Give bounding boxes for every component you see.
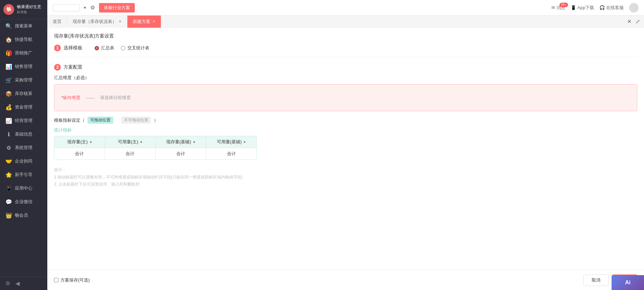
topbar: ▾ ⚙ 体验行业方案 ✉ 消息 99+ 📱 App下载 🎧 在线客服 — [47, 0, 644, 16]
avatar — [629, 3, 639, 13]
sidebar-item-guide[interactable]: 🌟 新手引导 — [0, 168, 47, 182]
tab-home[interactable]: 首页 — [47, 16, 67, 28]
settings-icon[interactable]: ⚙ — [5, 280, 10, 287]
tips-section: 提示： 1.拖动标题栏可以调整布局，不可跨维度或指标区域拖动栏目字段(只能在同一… — [54, 166, 637, 188]
radio-summary[interactable]: 汇总表 — [95, 45, 114, 51]
chevron-down-icon-2[interactable]: ▾ — [140, 140, 142, 144]
sidebar: 畅 畅康通好生意 标准版 🔍 搜索菜单 🏠 快捷导航 🎁 营销推广 📊 销售管理… — [0, 0, 47, 290]
enterprise-icon: 🤝 — [5, 158, 12, 165]
tab-inventory-label: 现存量（库存状况表） — [73, 19, 117, 25]
dimension-required: *纵向维度 — [61, 95, 80, 101]
collapse-icon[interactable]: ◀ — [16, 280, 20, 287]
table-header-cell-2[interactable]: 可用量(主) ▾ — [105, 136, 156, 148]
tab-expand-icon[interactable]: ⤢ — [634, 18, 641, 25]
marketing-icon: 🎁 — [5, 50, 12, 56]
membership-icon: 👑 — [5, 212, 12, 219]
sidebar-item-label: 资金管理 — [15, 104, 32, 110]
indicators-label-text: 模板指标设定（ — [54, 117, 85, 123]
system-icon: ⚙ — [5, 144, 12, 151]
tab-new-plan[interactable]: 新建方案 ✕ — [127, 16, 161, 28]
management-icon: 📈 — [5, 117, 12, 124]
sales-icon: 📊 — [5, 63, 12, 70]
sidebar-item-marketing[interactable]: 🎁 营销推广 — [0, 46, 47, 60]
table-header-cell-1[interactable]: 现存量(主) ▾ — [54, 136, 105, 148]
body-label-1: 合计 — [75, 151, 84, 157]
tips-item-2: 2. 点击标题栏下拉可设置排序、插入列和删除列 — [54, 181, 637, 188]
body-label-4: 合计 — [227, 151, 236, 157]
indicators-label-suffix: ） — [154, 117, 158, 123]
topbar-right: ✉ 消息 99+ 📱 App下载 🎧 在线客服 — [551, 3, 639, 13]
sidebar-item-apps[interactable]: 📱 应用中心 — [0, 182, 47, 195]
sidebar-item-label: 库存核算 — [15, 91, 32, 97]
sidebar-item-quick-nav[interactable]: 🏠 快捷导航 — [0, 33, 47, 46]
sidebar-item-system[interactable]: ⚙ 系统管理 — [0, 141, 47, 154]
sidebar-item-search[interactable]: 🔍 搜索菜单 — [0, 19, 47, 33]
app-download-link[interactable]: 📱 App下载 — [571, 5, 594, 11]
radio-cross-input[interactable] — [121, 46, 125, 50]
table-header-cell-3[interactable]: 现存量(基辅) ▾ — [156, 136, 206, 148]
dimension-placeholder: 请选择分组维度 — [100, 95, 131, 101]
tab-new-plan-close[interactable]: ✕ — [152, 19, 155, 24]
sidebar-logo: 畅 畅康通好生意 标准版 — [0, 0, 47, 19]
sidebar-item-purchase[interactable]: 🛒 采购管理 — [0, 73, 47, 87]
indicators-table: 现存量(主) ▾ 可用量(主) ▾ 现存量(基辅) ▾ — [54, 136, 257, 160]
tab-new-plan-label: 新建方案 — [133, 19, 150, 25]
sidebar-item-basic-info[interactable]: ℹ 基础信息 — [0, 127, 47, 141]
save-checkbox-input[interactable] — [54, 278, 58, 282]
sidebar-item-inventory[interactable]: 📦 库存核算 — [0, 87, 47, 100]
content-area: 现存量(库存状况表)方案设置 1 选择模板 汇总表 交叉统计表 — [47, 28, 644, 270]
chevron-down-icon-3[interactable]: ▾ — [193, 140, 195, 144]
table-body-cell-2: 合计 — [105, 148, 156, 160]
sidebar-item-wechat[interactable]: 💬 企业微信 — [0, 195, 47, 209]
tab-inventory[interactable]: 现存量（库存状况表） ✕ — [67, 16, 127, 28]
trial-industry-button[interactable]: 体验行业方案 — [99, 3, 135, 13]
tab-home-label: 首页 — [53, 19, 61, 25]
save-checkbox-label: 方案保存(可选) — [60, 277, 90, 283]
save-checkbox[interactable]: 方案保存(可选) — [54, 277, 90, 283]
basic-info-icon: ℹ — [5, 131, 12, 138]
radio-cross-label: 交叉统计表 — [127, 45, 149, 51]
tab-inventory-close[interactable]: ✕ — [119, 19, 122, 24]
tabs-bar: 首页 现存量（库存状况表） ✕ 新建方案 ✕ ✕ ⤢ — [47, 16, 644, 28]
apps-icon: 📱 — [5, 185, 12, 192]
wechat-icon: 💬 — [5, 198, 12, 205]
message-badge[interactable]: ✉ 消息 99+ — [551, 5, 565, 11]
chevron-down-icon-1[interactable]: ▾ — [90, 140, 92, 144]
body-label-3: 合计 — [176, 151, 185, 157]
header-label-4: 可用量(基辅) — [217, 139, 242, 145]
logo-text-block: 畅康通好生意 标准版 — [17, 4, 41, 15]
sidebar-item-label: 快捷导航 — [15, 37, 32, 43]
radio-cross[interactable]: 交叉统计表 — [121, 45, 149, 51]
body-label-2: 合计 — [126, 151, 134, 157]
user-avatar-container[interactable] — [629, 3, 639, 13]
tab-close-all-icon[interactable]: ✕ — [626, 18, 633, 25]
sidebar-item-management[interactable]: 📈 经营管理 — [0, 114, 47, 127]
table-header-cell-4[interactable]: 可用量(基辅) ▾ — [206, 136, 256, 148]
chevron-down-icon-4[interactable]: ▾ — [244, 140, 246, 144]
table-body-cell-1: 合计 — [54, 148, 105, 160]
dimension-area[interactable]: *纵向维度 —— 请选择分组维度 — [54, 84, 637, 111]
online-service-link[interactable]: 🎧 在线客服 — [599, 5, 624, 11]
online-service-label: 在线客服 — [606, 5, 624, 11]
sidebar-item-label: 采购管理 — [15, 77, 32, 83]
sidebar-item-sales[interactable]: 📊 销售管理 — [0, 60, 47, 73]
sidebar-item-label: 畅会员 — [15, 212, 28, 218]
sidebar-item-enterprise[interactable]: 🤝 企业协同 — [0, 154, 47, 168]
section-1-title: 选择模板 — [64, 45, 82, 51]
section-2-number: 2 — [54, 64, 61, 71]
app-download-label: App下载 — [577, 5, 594, 11]
topbar-dropdown[interactable]: ▾ — [84, 5, 86, 10]
sidebar-item-membership[interactable]: 👑 畅会员 — [0, 209, 47, 222]
search-input[interactable] — [53, 4, 80, 11]
topbar-gear-icon[interactable]: ⚙ — [90, 4, 95, 11]
cancel-button[interactable]: 取消 — [583, 274, 609, 286]
no-drag-badge: 不可拖动位置 — [121, 117, 151, 124]
sidebar-item-finance[interactable]: 💰 资金管理 — [0, 100, 47, 114]
inventory-icon: 📦 — [5, 90, 12, 97]
radio-summary-input[interactable] — [95, 46, 99, 50]
header-label-3: 现存量(基辅) — [166, 139, 191, 145]
table-body-cell-4: 合计 — [206, 148, 256, 160]
section-1: 1 选择模板 汇总表 交叉统计表 — [54, 45, 637, 57]
indicators-config: 模板指标设定（ 可拖动位置 不可拖动位置 ） 统计指标 现存量(主) ▾ — [54, 117, 637, 161]
ai-float-button[interactable]: Ai — [612, 275, 644, 290]
